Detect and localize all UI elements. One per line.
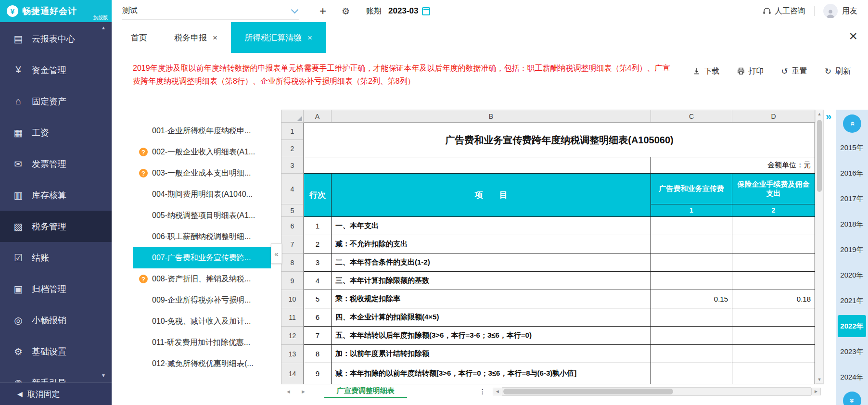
sidebar-item-cloud-reports[interactable]: ▤ 云报表中心 [0, 23, 112, 54]
scroll-up-icon[interactable]: ▲ [816, 112, 823, 116]
select-all-corner[interactable] [281, 110, 304, 123]
year-item[interactable]: 2023年 [838, 341, 866, 363]
value-cell[interactable] [732, 345, 815, 363]
row-number-cell[interactable]: 12 [281, 327, 304, 345]
sheet-tab[interactable]: 广宣费调整明细表 [324, 384, 407, 398]
column-header[interactable]: D [732, 110, 815, 123]
line-number-cell[interactable]: 4 [304, 272, 332, 290]
report-list-item[interactable]: ? 002-一般企业收入明细表(A1... [133, 141, 271, 163]
line-number-cell[interactable]: 8 [304, 345, 332, 363]
avatar[interactable] [823, 4, 838, 18]
item-cell[interactable]: 三、本年计算扣除限额的基数 [332, 272, 651, 290]
row-number-cell[interactable]: 4 [281, 174, 304, 204]
item-cell[interactable]: 加：以前年度累计结转扣除额 [332, 345, 651, 363]
tab-close-icon[interactable]: × [307, 34, 312, 42]
year-item[interactable]: 2020年 [838, 264, 866, 286]
value-cell[interactable] [651, 327, 732, 345]
expand-panel-icon[interactable]: » [826, 111, 831, 123]
report-list-item[interactable]: 006-职工薪酬纳税调整明细... [133, 226, 271, 247]
horizontal-scrollbar[interactable]: ◄ ► [493, 388, 821, 395]
row-number-cell[interactable]: 5 [281, 204, 304, 217]
settings-gear-icon[interactable]: ⚙ [342, 7, 350, 16]
row-number-cell[interactable]: 3 [281, 157, 304, 174]
year-item-selected[interactable]: 2022年 [838, 315, 866, 337]
period-picker[interactable]: 2023-03 [388, 6, 430, 16]
sidebar-item-tax[interactable]: ▧ 税务管理 [0, 211, 112, 242]
row-number-cell[interactable]: 14 [281, 363, 304, 384]
report-list-item[interactable]: ? 008-资产折旧、摊销及纳税... [133, 268, 271, 290]
sidebar-item-fixed-assets[interactable]: ⌂ 固定资产 [0, 86, 112, 117]
value-cell[interactable]: 0.15 [651, 290, 732, 308]
row-number-cell[interactable]: 8 [281, 253, 304, 272]
column-header[interactable]: B [332, 110, 651, 123]
line-number-cell[interactable]: 1 [304, 217, 332, 235]
year-scroll-up-button[interactable]: » [843, 114, 861, 133]
sidebar-item-archive[interactable]: ▣ 归档管理 [0, 273, 112, 304]
item-cell[interactable]: 五、本年结转以后年度扣除额(3>6，本行=3-6；3≤6，本行=0) [332, 327, 651, 345]
drag-handle-icon[interactable]: ⋮ [479, 388, 486, 395]
line-number-cell[interactable]: 7 [304, 327, 332, 345]
item-cell[interactable]: 四、本企业计算的扣除限额(4×5) [332, 308, 651, 327]
row-number-cell[interactable]: 1 [281, 123, 304, 140]
item-cell[interactable]: 减：不允许扣除的支出 [332, 235, 651, 253]
sidebar-item-reimburse[interactable]: ◎ 小畅报销 [0, 304, 112, 336]
report-list-item[interactable]: 012-减免所得税优惠明细表(... [133, 353, 271, 374]
username[interactable]: 用友 [842, 6, 857, 16]
item-cell[interactable]: 减：本年扣除的以前年度结转额[3>6，本行=0；3≤6，本行=8与(6-3)孰小… [332, 363, 651, 384]
value-cell[interactable] [651, 272, 732, 290]
sheet-nav-right-icon[interactable]: ► [296, 389, 311, 394]
value-cell[interactable] [732, 253, 815, 272]
add-tab-button[interactable]: + [319, 5, 326, 17]
row-number-cell[interactable]: 7 [281, 235, 304, 253]
row-number-cell[interactable]: 11 [281, 308, 304, 327]
unit-cell[interactable]: 金额单位：元 [651, 157, 815, 174]
report-list-item[interactable]: 001-企业所得税年度纳税申... [133, 120, 271, 141]
year-item[interactable]: 2019年 [838, 239, 866, 261]
year-scroll-down-button[interactable]: » [843, 392, 861, 405]
value-cell[interactable] [732, 327, 815, 345]
column-header[interactable]: A [304, 110, 332, 123]
sidebar-item-invoices[interactable]: ✉ 发票管理 [0, 148, 112, 179]
value-cell[interactable] [651, 217, 732, 235]
vertical-scrollbar-thumb[interactable] [817, 120, 822, 192]
report-list-item[interactable]: 009-企业所得税弥补亏损明... [133, 290, 271, 311]
row-number-cell[interactable]: 9 [281, 272, 304, 290]
empty-cell[interactable] [304, 157, 651, 174]
horizontal-scrollbar-thumb[interactable] [503, 389, 673, 394]
tab-income-tax-settlement[interactable]: 所得税汇算清缴 × [231, 22, 326, 53]
value-cell[interactable] [732, 217, 815, 235]
consult-button[interactable]: 人工咨询 [763, 6, 805, 16]
report-list-item[interactable]: 011-研发费用加计扣除优惠... [133, 332, 271, 353]
row-number-cell[interactable]: 2 [281, 140, 304, 157]
value-cell[interactable] [651, 308, 732, 327]
horizontal-scrollbar-track[interactable] [502, 387, 811, 396]
tab-close-icon[interactable]: × [213, 34, 217, 42]
sidebar-item-closing[interactable]: ☑ 结账 [0, 242, 112, 273]
column-header[interactable]: C [651, 110, 732, 123]
sidebar-item-inventory[interactable]: ▥ 库存核算 [0, 179, 112, 211]
line-number-cell[interactable]: 9 [304, 363, 332, 384]
value-cell[interactable] [651, 253, 732, 272]
line-number-cell[interactable]: 5 [304, 290, 332, 308]
item-cell[interactable]: 二、本年符合条件的支出(1-2) [332, 253, 651, 272]
collapse-panel-handle[interactable]: « [271, 243, 282, 264]
report-list-item[interactable]: 010-免税、减计收入及加计... [133, 311, 271, 332]
year-item[interactable]: 2017年 [838, 188, 866, 210]
title-cell[interactable]: 广告费和业务宣传费跨年度纳税调整明细表(A105060) [304, 123, 815, 157]
row-number-cell[interactable]: 6 [281, 217, 304, 235]
sidebar-item-payroll[interactable]: ▦ 工资 [0, 117, 112, 148]
unpin-sidebar-button[interactable]: ◀ 取消固定 [0, 382, 112, 405]
row-number-cell[interactable]: 10 [281, 290, 304, 308]
scroll-down-icon[interactable]: ▼ [816, 377, 823, 382]
sidebar-item-funds[interactable]: ¥ 资金管理 [0, 54, 112, 86]
reset-button[interactable]: ↺ 重置 [781, 65, 807, 77]
report-list-item[interactable]: ? 003-一般企业成本支出明细... [133, 163, 271, 184]
row-number-cell[interactable]: 13 [281, 345, 304, 363]
scroll-right-icon[interactable]: ► [811, 388, 821, 395]
print-button[interactable]: 打印 [737, 65, 764, 77]
line-number-cell[interactable]: 3 [304, 253, 332, 272]
refresh-button[interactable]: ↻ 刷新 [825, 65, 851, 77]
value-cell[interactable] [651, 235, 732, 253]
tab-tax-filing[interactable]: 税务申报 × [161, 22, 231, 53]
sidebar-item-basic-settings[interactable]: ⚙ 基础设置 [0, 336, 112, 367]
